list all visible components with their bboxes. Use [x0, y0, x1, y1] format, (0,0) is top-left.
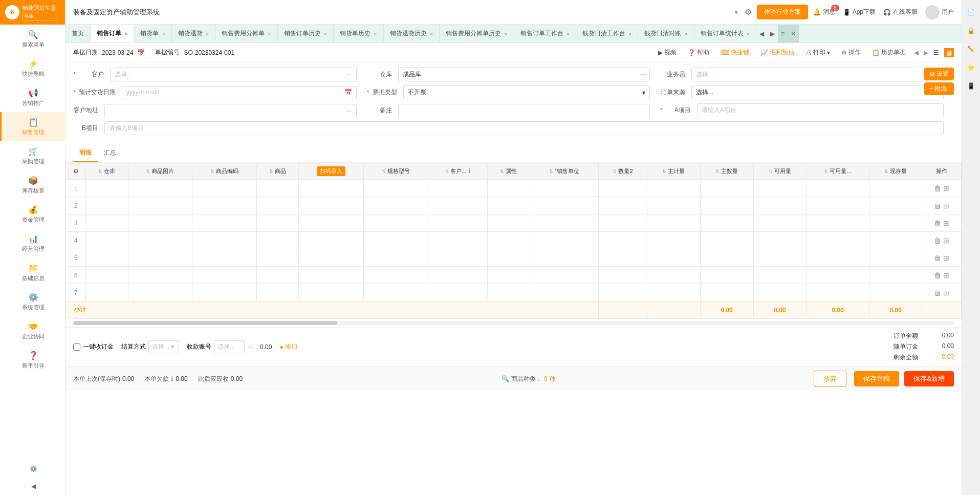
- ticket-select[interactable]: 不开票 ▾: [403, 85, 650, 99]
- sidebar-item-basic[interactable]: 📁 基础信息: [0, 258, 65, 287]
- tab-fee-history[interactable]: 销售费用分摊单历史 ×: [440, 25, 514, 43]
- th-attr[interactable]: ⇅ 属性: [488, 163, 530, 180]
- sidebar-settings[interactable]: ⚙️: [0, 460, 65, 478]
- online-support-item[interactable]: 🎧 在线客服: [883, 8, 918, 16]
- warehouse-input[interactable]: 成品库 ···: [398, 68, 650, 81]
- prev-record-btn[interactable]: ◀: [914, 49, 919, 56]
- notification-item[interactable]: 🔔 8 消息: [813, 8, 835, 16]
- copy-icon[interactable]: ⊞: [943, 219, 949, 227]
- order-source-select[interactable]: 选择... ▾: [691, 85, 944, 99]
- b-project-input[interactable]: 请输入B项目: [104, 121, 944, 135]
- history-btn[interactable]: 📋 历史单据: [869, 47, 909, 58]
- tab-order-history[interactable]: 销售订单历史 ×: [278, 25, 334, 43]
- copy-icon[interactable]: ⊞: [943, 271, 949, 279]
- sidebar-item-guide[interactable]: ❓ 新手引导: [0, 346, 65, 375]
- tab-fee-history-close[interactable]: ×: [504, 31, 507, 37]
- th-spec[interactable]: ⇅ 规格型号: [364, 163, 428, 180]
- delete-icon[interactable]: 🗑: [934, 271, 941, 279]
- th-sales-unit[interactable]: ⇅ *销售单位: [530, 163, 599, 180]
- th-product-image[interactable]: ⇅ 商品图片: [128, 163, 192, 180]
- tab-sales-order-close[interactable]: ×: [124, 31, 127, 37]
- one-click-checkbox[interactable]: [73, 343, 80, 351]
- product-count-val[interactable]: 0 种: [544, 375, 555, 383]
- th-avail2[interactable]: ⇅ 可用量...: [807, 163, 869, 180]
- copy-icon[interactable]: ⊞: [943, 289, 949, 297]
- gear-icon[interactable]: ⚙: [745, 7, 752, 17]
- delete-icon[interactable]: 🗑: [934, 289, 941, 297]
- add-payment-btn[interactable]: ● 添加: [279, 342, 297, 351]
- barcode-scan-btn[interactable]: 扫码录入: [317, 166, 345, 176]
- sidebar-item-quick[interactable]: ⚡ 快捷导航: [0, 54, 65, 83]
- customer-input[interactable]: 选择... ···: [110, 68, 357, 81]
- tab-daily-workbench[interactable]: 钱货日清工作台 ×: [576, 25, 638, 43]
- user-item[interactable]: 用户: [925, 5, 954, 19]
- calendar-icon[interactable]: 📅: [137, 49, 145, 56]
- row-customer-1[interactable]: [428, 180, 487, 197]
- discard-button[interactable]: 放弃: [814, 371, 846, 387]
- th-main-qty[interactable]: ⇅ 主数量: [700, 163, 753, 180]
- tab-home[interactable]: 首页: [66, 25, 91, 43]
- th-qty2[interactable]: ⇅ 数量2: [599, 163, 647, 180]
- row-code-1[interactable]: [192, 180, 257, 197]
- a-project-input[interactable]: 请输入A项目: [697, 103, 944, 117]
- rs-doc-icon[interactable]: 📄: [964, 5, 978, 19]
- tab-prev-btn[interactable]: ◀: [756, 25, 767, 43]
- payment-method-select[interactable]: 选择... ▾: [148, 340, 179, 353]
- row-main-qty-1[interactable]: [700, 180, 753, 197]
- row-unit-1[interactable]: [530, 180, 599, 197]
- operation-btn[interactable]: ⚙ 操作: [838, 47, 864, 58]
- next-record-btn[interactable]: ▶: [924, 49, 928, 56]
- tab-more-btn[interactable]: ≡: [778, 25, 788, 43]
- print-btn[interactable]: 🖨 打印 ▾: [802, 47, 833, 58]
- settings-button[interactable]: ⚙ 设置: [924, 68, 954, 80]
- tab-goods-history[interactable]: 销货单历史 ×: [334, 25, 383, 43]
- tab-order-stats-close[interactable]: ×: [747, 31, 750, 37]
- tab-detail[interactable]: 明细: [73, 144, 98, 162]
- copy-icon[interactable]: ⊞: [943, 184, 949, 192]
- list-view-btn[interactable]: ☰: [933, 49, 939, 56]
- tab-sales-order[interactable]: 销售订单 ×: [91, 25, 134, 43]
- sidebar-item-stock[interactable]: 📦 库存核算: [0, 170, 65, 200]
- tab-fee-split-close[interactable]: ×: [268, 31, 271, 37]
- sidebar-item-enterprise[interactable]: 🤝 企业协同: [0, 316, 65, 346]
- th-main-unit[interactable]: ⇅ 主计量: [647, 163, 700, 180]
- row-warehouse-1[interactable]: [86, 180, 128, 197]
- salesperson-input[interactable]: 选择... ···: [691, 68, 944, 81]
- tab-sales-return-close[interactable]: ×: [206, 31, 209, 37]
- save-draft-button[interactable]: 保存草稿: [854, 371, 899, 386]
- tab-goods-history-close[interactable]: ×: [374, 31, 377, 37]
- th-avail[interactable]: ⇅ 可用量: [753, 163, 807, 180]
- sidebar-item-search[interactable]: 🔍 搜索菜单: [0, 25, 65, 54]
- tab-daily-workbench-close[interactable]: ×: [628, 31, 631, 37]
- tab-order-stats[interactable]: 销售订单统计表 ×: [694, 25, 756, 43]
- tab-sales-goods-close[interactable]: ×: [162, 31, 165, 37]
- delete-icon[interactable]: 🗑: [934, 254, 941, 262]
- delete-icon[interactable]: 🗑: [934, 202, 941, 210]
- tab-sales-return[interactable]: 销货退货 ×: [172, 25, 215, 43]
- app-download-item[interactable]: 📱 App下载: [843, 8, 876, 16]
- grid-view-btn[interactable]: ▦: [944, 48, 954, 57]
- tab-return-history[interactable]: 销货退货历史 ×: [384, 25, 440, 43]
- save-new-button[interactable]: 保存&新增: [904, 371, 954, 386]
- sidebar-collapse[interactable]: ◀: [0, 478, 65, 495]
- th-barcode[interactable]: 扫码录入: [299, 163, 364, 180]
- rs-phone-icon[interactable]: 📱: [964, 79, 978, 93]
- row-qty2-1[interactable]: [599, 180, 647, 197]
- th-customer[interactable]: ⇅ 客户... ℹ: [428, 163, 487, 180]
- logistics-button[interactable]: + 物流: [924, 82, 954, 95]
- rs-star-icon[interactable]: ⭐: [964, 60, 978, 75]
- notes-input[interactable]: [398, 104, 650, 117]
- th-product-code[interactable]: ⇅ 商品编码: [192, 163, 257, 180]
- view-video-btn[interactable]: ▶ 视频: [655, 47, 680, 58]
- th-current[interactable]: ⇅ 现存量: [869, 163, 922, 180]
- number-value[interactable]: SO-20230324-001: [184, 49, 234, 56]
- delete-icon[interactable]: 🗑: [934, 184, 941, 192]
- tab-order-workbench-close[interactable]: ×: [567, 31, 570, 37]
- tab-order-history-close[interactable]: ×: [324, 31, 327, 37]
- row-spec-1[interactable]: [364, 180, 428, 197]
- rs-lock-icon[interactable]: 🔒: [964, 24, 978, 38]
- rs-edit-icon[interactable]: ✏️: [964, 42, 978, 56]
- copy-icon[interactable]: ⊞: [943, 254, 949, 262]
- th-warehouse[interactable]: ⇅ 仓库: [86, 163, 128, 180]
- row-product-1[interactable]: [256, 180, 298, 197]
